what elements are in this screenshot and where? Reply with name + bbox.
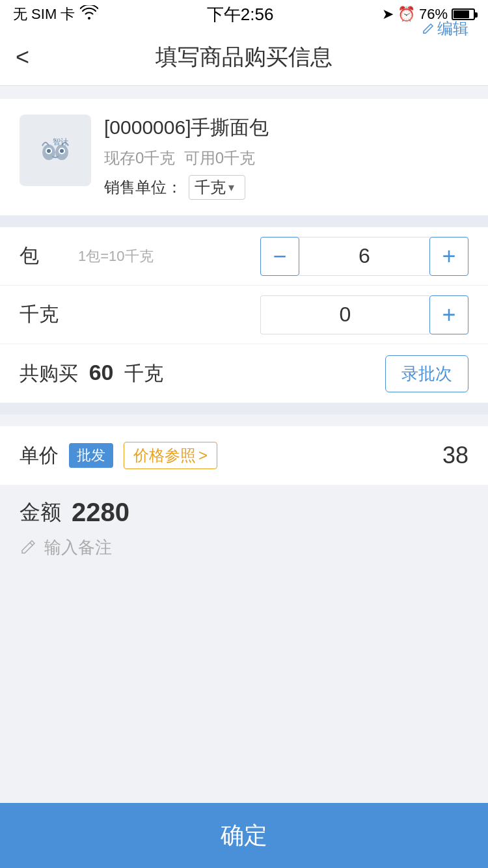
bao-plus-button[interactable]: + — [429, 237, 468, 276]
kg-controls: + — [260, 295, 468, 334]
confirm-button[interactable]: 确定 — [0, 803, 488, 868]
amount-row: 金额 2280 — [20, 498, 468, 527]
svg-text:智计: 智计 — [53, 137, 68, 146]
section-divider-2 — [0, 403, 488, 414]
price-tag: 批发 — [69, 443, 113, 468]
confirm-button-label: 确定 — [221, 820, 267, 852]
price-label: 单价 — [20, 442, 59, 469]
total-text: 共购买 60 千克 — [20, 360, 163, 387]
note-placeholder[interactable]: 输入备注 — [44, 536, 112, 559]
price-ref-arrow-icon: > — [198, 446, 208, 465]
bao-minus-button[interactable]: − — [260, 237, 299, 276]
svg-point-5 — [60, 149, 64, 153]
bao-controls: − + — [260, 237, 468, 276]
input-section: 包 1包=10千克 − + 千克 + — [0, 227, 488, 344]
product-unit-row: 销售单位： 千克 ▾ — [104, 175, 468, 200]
total-row: 共购买 60 千克 录批次 — [0, 344, 488, 403]
amount-label: 金额 — [20, 498, 61, 527]
note-row[interactable]: 输入备注 — [20, 536, 468, 559]
dropdown-arrow-icon: ▾ — [228, 180, 234, 195]
empty-space — [0, 568, 488, 815]
product-stock: 现存0千克 可用0千克 — [104, 148, 468, 169]
price-section: 单价 批发 价格参照 > 38 — [0, 426, 488, 485]
section-divider-1 — [0, 215, 488, 227]
bao-input[interactable] — [299, 237, 429, 276]
status-time: 下午2:56 — [207, 3, 274, 26]
product-name: [0000006]手撕面包 — [104, 115, 468, 141]
price-row: 单价 批发 价格参照 > 38 — [20, 442, 468, 469]
unit-select[interactable]: 千克 ▾ — [189, 175, 245, 200]
location-icon: ➤ — [382, 6, 394, 23]
kg-plus-button[interactable]: + — [429, 295, 468, 334]
bao-label: 包 — [20, 243, 72, 269]
svg-point-4 — [47, 149, 51, 153]
back-button[interactable]: < — [16, 44, 29, 71]
wifi-icon — [80, 5, 98, 23]
unit-label: 销售单位： — [104, 177, 182, 198]
kg-input-row: 千克 + — [0, 286, 488, 344]
batch-button[interactable]: 录批次 — [385, 355, 468, 392]
status-bar: 无 SIM 卡 下午2:56 ➤ ⏰ 76% — [0, 0, 488, 29]
price-ref-button[interactable]: 价格参照 > — [124, 442, 217, 469]
page-title: 填写商品购买信息 — [156, 42, 332, 72]
bao-input-row: 包 1包=10千克 − + — [0, 227, 488, 286]
bao-sub-label: 1包=10千克 — [78, 247, 260, 266]
nav-bar: < 填写商品购买信息 — [0, 29, 488, 86]
product-thumbnail: 智计 — [20, 115, 91, 186]
product-info: [0000006]手撕面包 现存0千克 可用0千克 销售单位： 千克 ▾ — [104, 115, 468, 200]
kg-label: 千克 — [20, 301, 72, 328]
amount-value: 2280 — [72, 498, 129, 527]
alarm-icon: ⏰ — [398, 6, 415, 23]
carrier-text: 无 SIM 卡 — [13, 5, 75, 24]
product-card: 智计 [0000006]手撕面包 现存0千克 可用0千克 销售单位： 千克 ▾ … — [0, 99, 488, 215]
kg-input[interactable] — [260, 295, 429, 334]
edit-button[interactable]: 编辑 — [422, 18, 468, 39]
pencil-icon — [20, 536, 38, 559]
amount-section: 金额 2280 输入备注 — [0, 485, 488, 568]
status-left: 无 SIM 卡 — [13, 5, 98, 24]
price-value: 38 — [442, 442, 468, 469]
